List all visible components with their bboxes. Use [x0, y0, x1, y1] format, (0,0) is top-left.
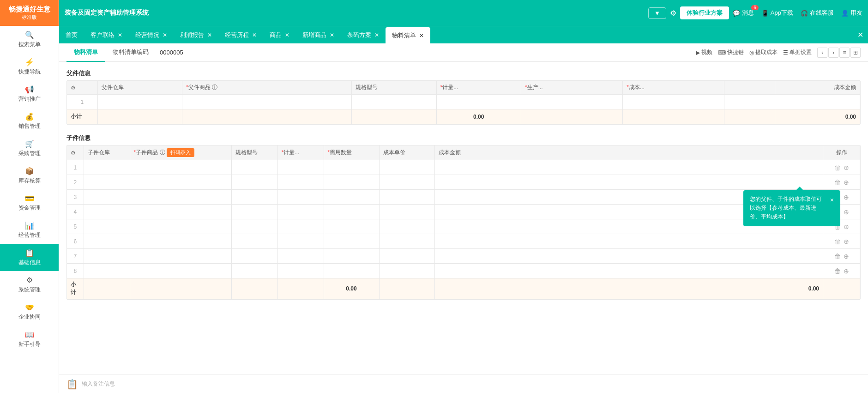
child-row-4-copy-btn[interactable]: ⊕: [844, 208, 849, 216]
child-row-3-spec[interactable]: [231, 190, 277, 205]
child-row-4-spec[interactable]: [231, 205, 277, 219]
nav-tab-close-6[interactable]: ✕: [330, 32, 334, 38]
nav-tab-8[interactable]: 物料清单✕: [386, 27, 430, 44]
parent-row-1-unit[interactable]: [436, 95, 521, 109]
child-row-2-spec[interactable]: [231, 175, 277, 190]
child-row-5-spec[interactable]: [231, 219, 277, 234]
child-row-7-warehouse[interactable]: [84, 249, 130, 264]
sidebar-item-guide[interactable]: 📖新手引导: [0, 326, 59, 353]
child-row-6-delete-btn[interactable]: 🗑: [834, 238, 841, 245]
sidebar-item-operations[interactable]: 📊经营管理: [0, 217, 59, 244]
child-row-7-delete-btn[interactable]: 🗑: [834, 253, 841, 260]
sidebar-item-system[interactable]: ⚙系统管理: [0, 271, 59, 298]
sidebar-item-search-menu[interactable]: 🔍搜索菜单: [0, 26, 59, 53]
child-row-8-warehouse[interactable]: [84, 264, 130, 278]
child-row-6-unit-cost[interactable]: [379, 234, 434, 249]
message-btn[interactable]: 💬 消息 6: [733, 9, 754, 17]
child-row-6-product[interactable]: [130, 234, 231, 249]
child-row-1-spec[interactable]: [231, 160, 277, 175]
child-row-6-copy-btn[interactable]: ⊕: [844, 238, 849, 245]
nav-tab-close-5[interactable]: ✕: [285, 32, 289, 38]
child-row-2-delete-btn[interactable]: 🗑: [834, 179, 841, 186]
child-row-6-unit[interactable]: [277, 234, 324, 249]
sidebar-item-cooperation[interactable]: 🤝企业协同: [0, 298, 59, 326]
child-row-3-copy-btn[interactable]: ⊕: [844, 193, 849, 201]
nav-tab-0[interactable]: 首页: [59, 26, 84, 44]
child-row-2-product[interactable]: [130, 175, 231, 190]
child-row-1-delete-btn[interactable]: 🗑: [834, 164, 841, 171]
parent-row-1-product[interactable]: [182, 95, 352, 109]
child-row-7-qty[interactable]: [324, 249, 379, 264]
nav-tab-close-2[interactable]: ✕: [163, 32, 167, 38]
tooltip-close-btn[interactable]: ×: [830, 195, 834, 205]
user-btn[interactable]: 👤 用友: [841, 9, 862, 17]
child-row-8-spec[interactable]: [231, 264, 277, 278]
dropdown-btn[interactable]: ▼: [648, 7, 666, 19]
child-row-3-warehouse[interactable]: [84, 190, 130, 205]
parent-row-1-warehouse[interactable]: [97, 95, 182, 109]
child-row-3-qty[interactable]: [324, 190, 379, 205]
prev-arrow[interactable]: ‹: [817, 48, 827, 58]
nav-tab-1[interactable]: 客户联络✕: [84, 26, 129, 44]
child-row-1-unit-cost[interactable]: [379, 160, 434, 175]
child-row-4-unit[interactable]: [277, 205, 324, 219]
child-row-8-unit-cost[interactable]: [379, 264, 434, 278]
sub-tab-bom[interactable]: 物料清单: [66, 43, 105, 62]
child-row-4-product[interactable]: [130, 205, 231, 219]
child-row-5-qty[interactable]: [324, 219, 379, 234]
sidebar-item-marketing[interactable]: 📢营销推广: [0, 80, 59, 108]
child-row-8-delete-btn[interactable]: 🗑: [834, 267, 841, 275]
child-row-2-copy-btn[interactable]: ⊕: [844, 179, 849, 186]
child-row-2-qty[interactable]: [324, 175, 379, 190]
online-service-btn[interactable]: 🎧 在线客服: [801, 9, 834, 17]
nav-tab-close-8[interactable]: ✕: [419, 32, 424, 39]
nav-tab-3[interactable]: 利润报告✕: [174, 26, 218, 44]
nav-tab-6[interactable]: 新增商品✕: [296, 26, 341, 44]
child-row-1-unit[interactable]: [277, 160, 324, 175]
sidebar-item-inventory[interactable]: 📦库存核算: [0, 162, 59, 189]
child-row-4-qty[interactable]: [324, 205, 379, 219]
nav-tab-close-3[interactable]: ✕: [207, 32, 212, 38]
child-row-5-copy-btn[interactable]: ⊕: [844, 223, 849, 230]
child-row-5-unit-cost[interactable]: [379, 219, 434, 234]
child-row-6-spec[interactable]: [231, 234, 277, 249]
nav-tab-close-1[interactable]: ✕: [118, 32, 122, 38]
child-row-2-warehouse[interactable]: [84, 175, 130, 190]
child-row-8-qty[interactable]: [324, 264, 379, 278]
child-row-4-warehouse[interactable]: [84, 205, 130, 219]
child-row-3-unit-cost[interactable]: [379, 190, 434, 205]
single-settings-btn[interactable]: ☰ 单据设置: [783, 48, 812, 56]
child-row-1-product[interactable]: [130, 160, 231, 175]
child-row-3-unit[interactable]: [277, 190, 324, 205]
nav-tab-4[interactable]: 经营历程✕: [218, 26, 263, 44]
sidebar-item-quick-nav[interactable]: ⚡快捷导航: [0, 53, 59, 80]
sidebar-item-finance[interactable]: 💳资金管理: [0, 189, 59, 217]
nav-tab-close-4[interactable]: ✕: [252, 32, 257, 38]
close-all-tabs[interactable]: ✕: [853, 30, 868, 39]
parent-row-1-production[interactable]: [521, 95, 622, 109]
child-row-7-unit-cost[interactable]: [379, 249, 434, 264]
child-row-6-warehouse[interactable]: [84, 234, 130, 249]
child-row-5-product[interactable]: [130, 219, 231, 234]
sidebar-item-sales[interactable]: 💰销售管理: [0, 108, 59, 135]
child-row-5-warehouse[interactable]: [84, 219, 130, 234]
parent-row-1-cost[interactable]: [623, 95, 724, 109]
grid-view-btn[interactable]: ⊞: [850, 48, 861, 58]
view-btn[interactable]: ▶ 视频: [696, 48, 712, 56]
child-row-8-copy-btn[interactable]: ⊕: [844, 267, 849, 275]
app-download-btn[interactable]: 📱 App下载: [761, 9, 793, 17]
list-view-btn[interactable]: ≡: [839, 48, 850, 58]
child-row-7-copy-btn[interactable]: ⊕: [844, 253, 849, 260]
child-row-1-qty[interactable]: [324, 160, 379, 175]
child-row-8-product[interactable]: [130, 264, 231, 278]
nav-tab-2[interactable]: 经营情况✕: [129, 26, 174, 44]
child-row-1-warehouse[interactable]: [84, 160, 130, 175]
child-row-8-unit[interactable]: [277, 264, 324, 278]
child-row-3-product[interactable]: [130, 190, 231, 205]
scan-input-btn[interactable]: 扫码录入: [167, 148, 194, 157]
sub-tab-bom-code[interactable]: 物料清单编码: [105, 43, 156, 62]
extract-cost-btn[interactable]: ◎ 提取成本: [749, 48, 778, 56]
trial-btn[interactable]: 体验行业方案: [680, 6, 729, 19]
child-row-4-unit-cost[interactable]: [379, 205, 434, 219]
child-row-6-qty[interactable]: [324, 234, 379, 249]
